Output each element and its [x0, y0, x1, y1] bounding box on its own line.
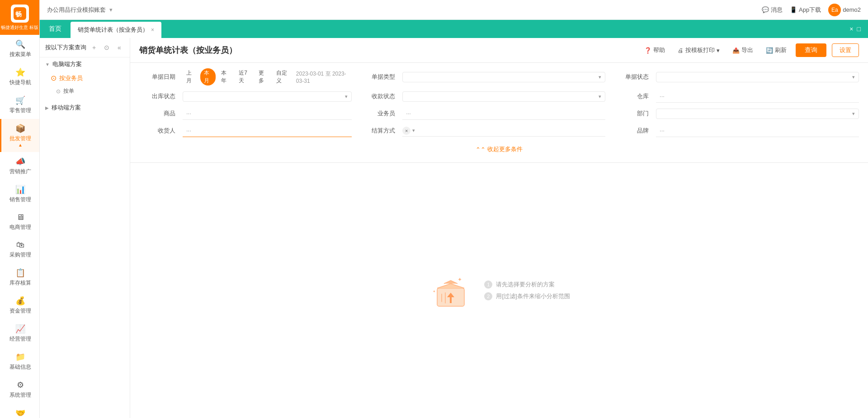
desktop-section-label: 电脑端方案: [52, 60, 82, 68]
user-avatar: Ea: [828, 4, 841, 16]
tree-item-salesperson[interactable]: ⊙ 按业务员: [40, 71, 130, 85]
sidebar-item-purchase[interactable]: 🛍 采购管理: [0, 236, 39, 263]
brand-field[interactable]: ···: [656, 124, 859, 137]
edit-scheme-btn[interactable]: ⊙: [102, 43, 112, 52]
payment-status-control: ▾: [402, 91, 605, 102]
refresh-icon: 🔄: [766, 47, 773, 54]
warehouse-dots: ···: [656, 91, 859, 101]
settlement-clear-btn[interactable]: ×: [402, 127, 410, 135]
doc-status-label: 单据状态: [613, 73, 649, 81]
sidebar-item-enterprise[interactable]: 🤝 企业协同: [0, 404, 39, 418]
message-btn[interactable]: 💬 消息: [762, 6, 783, 14]
tab-bar: 首页 销货单统计表（按业务员） × × □: [40, 20, 868, 38]
dept-select[interactable]: ▾: [656, 109, 859, 119]
print-icon: 🖨: [678, 47, 684, 54]
receiver-control: ···: [183, 124, 352, 137]
help-btn[interactable]: ❓ 帮助: [641, 44, 669, 56]
app-download-btn[interactable]: 📱 App下载: [790, 6, 821, 14]
out-status-label: 出库状态: [139, 92, 175, 100]
sidebar-item-operation[interactable]: 📈 经营管理: [0, 319, 39, 347]
data-area: ✦ ✦ 1 请先选择要分析的方案 2: [130, 163, 868, 418]
date-control: 上月 本月 本年 近7天 更多 自定义 2023-03-01 至 2023-03…: [183, 68, 352, 86]
help-icon: ❓: [644, 47, 651, 54]
tip-number-1: 1: [484, 280, 492, 289]
chevron-down-icon5: ▾: [852, 111, 855, 117]
doc-status-select[interactable]: ▾: [656, 72, 859, 82]
date-btn-thismonth[interactable]: 本月: [200, 68, 216, 86]
sidebar-item-basic[interactable]: 📁 基础信息: [0, 347, 39, 375]
print-btn[interactable]: 🖨 按模板打印 ▾: [674, 44, 723, 56]
sidebar-item-search[interactable]: 🔍 搜索菜单: [0, 35, 39, 63]
date-btn-more[interactable]: 更多: [255, 68, 271, 86]
date-btn-7days[interactable]: 近7天: [235, 68, 253, 86]
collapse-up-icon: ⌃⌃: [476, 146, 486, 153]
tree-desktop-section[interactable]: ▼ 电脑端方案: [40, 57, 130, 71]
doc-type-select[interactable]: ▾: [402, 72, 605, 82]
receiver-field[interactable]: ···: [183, 124, 352, 137]
topbar: 办公用品行业模拟账套 ▾ 💬 消息 📱 App下载 Ea demo2: [40, 0, 868, 20]
filter-row-2: 出库状态 ▾ 收款状态 ▾ 仓库: [139, 90, 859, 103]
chevron-down-icon2: ▾: [852, 74, 855, 80]
folder-icon: 📁: [15, 352, 25, 362]
query-btn[interactable]: 查询: [796, 43, 826, 57]
cart-icon: 🛒: [15, 95, 25, 105]
tree-mobile-section[interactable]: ▶ 移动端方案: [40, 101, 130, 114]
tab-home[interactable]: 首页: [40, 20, 71, 38]
handshake-icon: 🤝: [15, 408, 25, 418]
payment-status-select[interactable]: ▾: [402, 91, 605, 102]
window-maximize-btn[interactable]: □: [857, 25, 861, 33]
warehouse-field[interactable]: ···: [656, 90, 859, 103]
goods-dots: ···: [183, 108, 352, 119]
date-btn-lastmonth[interactable]: 上月: [183, 68, 198, 86]
tree-collapsed-arrow: ▶: [45, 105, 49, 110]
user-menu[interactable]: Ea demo2: [828, 4, 861, 16]
sidebar-item-retail[interactable]: 🛒 零售管理: [0, 91, 39, 119]
chevron-down-icon3: ▾: [345, 94, 348, 100]
sidebar-item-finance[interactable]: 💰 资金管理: [0, 291, 39, 319]
sidebar-item-ecommerce[interactable]: 🖥 电商管理: [0, 208, 39, 236]
date-btn-thisyear[interactable]: 本年: [217, 68, 233, 86]
settings-btn[interactable]: 设置: [832, 43, 859, 57]
filter-row-4: 收货人 ··· 结算方式 × ▾ 品牌: [139, 124, 859, 137]
filter-row-3: 商品 ··· 业务员 ··· 部门: [139, 107, 859, 120]
export-btn[interactable]: 📤 导出: [729, 44, 757, 56]
date-btn-custom[interactable]: 自定义: [273, 68, 292, 86]
tab-close-btn[interactable]: ×: [151, 27, 154, 33]
payment-status-label: 收款状态: [359, 92, 395, 100]
sidebar-item-system[interactable]: ⚙ 系统管理: [0, 375, 39, 404]
window-close-btn[interactable]: ×: [849, 25, 853, 33]
salesperson-field[interactable]: ···: [402, 107, 605, 120]
plus-icon: +: [92, 44, 96, 51]
tab-active[interactable]: 销货单统计表（按业务员） ×: [71, 22, 161, 38]
dropdown-arrow[interactable]: ▾: [109, 6, 113, 13]
settlement-field[interactable]: × ▾: [402, 125, 605, 137]
goods-field[interactable]: ···: [183, 107, 352, 120]
sidebar-item-sales[interactable]: 📊 销售管理: [0, 180, 39, 208]
tip-number-2: 2: [484, 292, 492, 300]
chevron-down-icon4: ▾: [599, 94, 601, 100]
receiver-dots: ···: [183, 125, 352, 136]
sidebar-item-marketing[interactable]: 📣 营销推广: [0, 152, 39, 180]
add-scheme-btn[interactable]: +: [89, 43, 99, 52]
date-label: 单据日期: [139, 73, 175, 81]
brand-label: 品牌: [613, 127, 649, 135]
empty-illustration: ✦ ✦: [428, 268, 473, 313]
tree-sub-item-order[interactable]: ⊙ 按单: [40, 85, 130, 97]
tab-spacer: [161, 20, 842, 38]
logo-icon: 畅: [11, 5, 29, 23]
refresh-btn[interactable]: 🔄 刷新: [762, 44, 790, 56]
collapse-panel-btn[interactable]: «: [114, 43, 124, 52]
tab-window-actions: × □: [842, 20, 868, 38]
sidebar-item-inventory[interactable]: 📋 库存核算: [0, 263, 39, 291]
goods-label: 商品: [139, 109, 175, 118]
tab-label: 销货单统计表（按业务员）: [78, 26, 148, 34]
doc-type-control: ▾: [402, 72, 605, 82]
sub-icon: ⊙: [56, 88, 61, 95]
sidebar-item-shortcut[interactable]: ⭐ 快捷导航: [0, 63, 39, 91]
date-shortcuts: 上月 本月 本年 近7天 更多 自定义: [183, 68, 292, 86]
app-logo: 畅 畅捷通好生意 标版: [0, 0, 39, 35]
sidebar-item-wholesale[interactable]: 📦 批发管理 ▲: [0, 119, 39, 152]
out-status-select[interactable]: ▾: [183, 91, 352, 102]
active-item-icon: ⊙: [51, 74, 57, 82]
collapse-btn[interactable]: ⌃⌃ 收起更多条件: [472, 142, 526, 157]
